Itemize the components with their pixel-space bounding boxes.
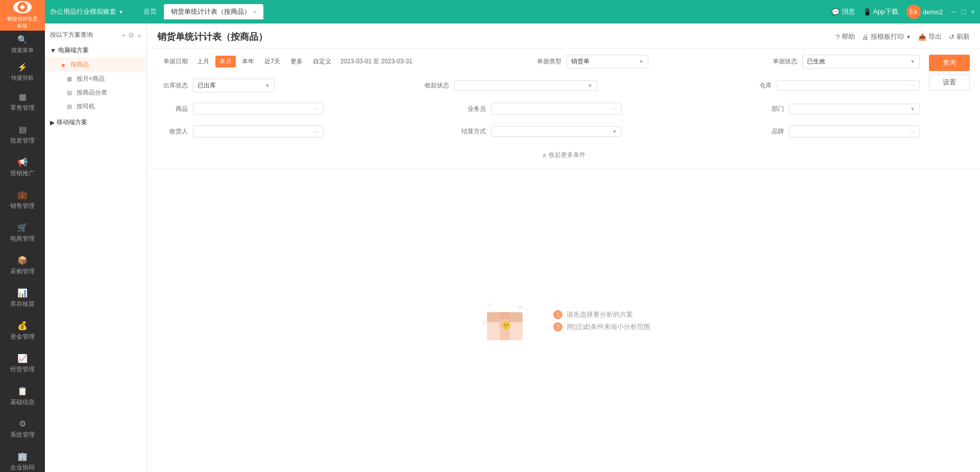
sidebar-base-label: 基础信息 (3, 398, 42, 407)
receiver-control[interactable]: ··· (193, 125, 324, 137)
industry-selector[interactable]: 办公用品行业模拟账套 ▼ (50, 7, 124, 16)
doc-status-arrow-icon: ▼ (910, 59, 915, 64)
schema-group-mobile-header[interactable]: ▶ 移动端方案 (45, 115, 146, 129)
doc-status-value: 已生效 (807, 57, 825, 66)
expand-mobile-icon: ▶ (50, 119, 55, 126)
user-area[interactable]: Ea demo2 (906, 5, 943, 19)
download-icon: 📱 (863, 8, 871, 16)
sidebar-item-operation[interactable]: 📈 经营管理 (0, 347, 45, 380)
sidebar-item-finance[interactable]: 💰 资金管理 (0, 315, 45, 347)
avatar: Ea (906, 5, 921, 19)
date-btn-this-year[interactable]: 本年 (238, 56, 258, 67)
product-control[interactable]: ··· (193, 103, 324, 115)
staff-label: 业务员 (455, 105, 486, 113)
out-status-value: 已出库 (198, 81, 216, 90)
maximize-btn[interactable]: □ (961, 8, 965, 16)
message-label: 消息 (842, 7, 855, 16)
page-actions: ? 帮助 🖨 按模板打印 ▼ 📤 导出 ↺ 刷新 (836, 32, 970, 41)
dept-control[interactable]: ▼ (789, 104, 920, 114)
date-range-display: 2023-03-01 至 2023-03-31 (340, 57, 412, 66)
sidebar-marketing-label: 营销推广 (3, 169, 42, 178)
right-actions: 查询 设置 (929, 55, 970, 90)
sidebar-item-enterprise[interactable]: 🏢 企业协同 (0, 445, 45, 472)
schema-item-by-product[interactable]: ● 按商品 (45, 57, 146, 72)
sidebar-item-quicknav[interactable]: ⚡ 快捷导航 (0, 58, 45, 86)
date-btn-last-month[interactable]: 上月 (193, 56, 213, 67)
tab-current-label: 销货单统计计表（按商品） (171, 7, 251, 16)
brand-control[interactable]: ··· (789, 125, 920, 137)
settings-btn[interactable]: 设置 (929, 74, 970, 90)
sidebar-item-sales[interactable]: 💼 销售管理 (0, 184, 45, 217)
help-btn[interactable]: ? 帮助 (836, 32, 855, 41)
refresh-label: 刷新 (957, 32, 970, 41)
print-icon: 🖨 (862, 33, 869, 41)
schema-item-by-month-product[interactable]: ▦ 按月+商品 (45, 72, 146, 86)
doc-status-control[interactable]: 已生效 ▼ (802, 55, 920, 68)
out-status-control[interactable]: 已出库 ▼ (193, 79, 275, 92)
receiver-dots-btn[interactable]: ··· (314, 128, 319, 135)
sidebar-item-ecommerce[interactable]: 🛒 电商管理 (0, 217, 45, 249)
app-name: 畅捷信好生意 (7, 15, 38, 22)
base-icon: 📋 (3, 386, 42, 396)
collapse-filter-btn[interactable]: ∧ 收起更多条件 (157, 148, 970, 162)
minimize-btn[interactable]: ─ (951, 8, 956, 16)
help-label: 帮助 (842, 32, 855, 41)
staff-dots-btn[interactable]: ··· (612, 105, 617, 112)
date-btn-more[interactable]: 更多 (286, 56, 307, 67)
date-btn-custom[interactable]: 自定义 (309, 56, 335, 67)
close-btn[interactable]: × (971, 8, 975, 16)
sidebar-item-base[interactable]: 📋 基础信息 (0, 380, 45, 413)
date-btn-7days[interactable]: 近7天 (260, 56, 284, 67)
date-btn-this-month[interactable]: 本月 (215, 56, 236, 67)
tab-close-icon[interactable]: × (253, 9, 256, 15)
tab-current[interactable]: 销货单统计计表（按商品） × (164, 4, 263, 19)
system-icon: ⚙ (3, 419, 42, 429)
sidebar-item-inventory[interactable]: 📊 库存核算 (0, 282, 45, 315)
schema-item-by-cashier[interactable]: ▤ 按司机 (45, 100, 146, 113)
refresh-btn[interactable]: ↺ 刷新 (949, 32, 970, 41)
schema-item-by-category[interactable]: ▤ 按商品分类 (45, 86, 146, 100)
app-logo-icon (13, 1, 32, 13)
schema-group-pc-header[interactable]: ▼ 电脑端方案 (45, 43, 146, 57)
page-header: 销货单统计计表（按商品） ? 帮助 🖨 按模板打印 ▼ 📤 导出 (147, 23, 980, 49)
enterprise-icon: 🏢 (3, 452, 42, 461)
inventory-icon: 📊 (3, 288, 42, 298)
add-schema-btn[interactable]: + (121, 31, 126, 39)
receipt-status-control[interactable]: ▼ (454, 80, 597, 91)
sidebar-item-retail[interactable]: ▦ 零售管理 (0, 86, 45, 119)
query-btn[interactable]: 查询 (929, 55, 970, 71)
window-controls: ─ □ × (951, 8, 975, 16)
payment-control[interactable]: ▼ (491, 126, 622, 137)
warehouse-dots-btn[interactable]: ··· (911, 83, 915, 88)
schema-settings-btn[interactable]: ⚙ (128, 31, 135, 39)
print-label: 按模板打印 (871, 32, 904, 41)
print-btn[interactable]: 🖨 按模板打印 ▼ (862, 32, 911, 41)
sidebar-inventory-label: 库存核算 (3, 300, 42, 309)
app-download-btn[interactable]: 📱 App下载 (863, 7, 898, 16)
schema-item-by-month-product-label: 按月+商品 (77, 75, 105, 83)
app-subtitle: 标版 (17, 22, 28, 30)
brand-dots-btn[interactable]: ··· (910, 128, 915, 135)
sidebar-logo: 畅捷信好生意 标版 (0, 0, 45, 31)
warehouse-control[interactable]: ··· (777, 80, 920, 91)
sidebar-item-wholesale[interactable]: ▤ 批发管理 (0, 119, 45, 151)
product-dots-btn[interactable]: ··· (314, 105, 319, 112)
tab-home[interactable]: 首页 (136, 4, 164, 19)
sidebar-item-system[interactable]: ⚙ 系统管理 (0, 413, 45, 445)
sidebar-item-marketing[interactable]: 📢 营销推广 (0, 151, 45, 184)
chevron-down-icon: ▼ (118, 9, 124, 15)
staff-control[interactable]: ··· (491, 103, 622, 115)
message-btn[interactable]: 💬 消息 (831, 7, 855, 16)
sidebar-item-search[interactable]: 🔍 搜索菜单 (0, 31, 45, 58)
main-area: 办公用品行业模拟账套 ▼ 首页 销货单统计计表（按商品） × 💬 消息 📱 Ap (45, 0, 980, 472)
export-btn[interactable]: 📤 导出 (918, 32, 942, 41)
collapse-panel-btn[interactable]: « (137, 31, 141, 39)
schema-item-by-product-label: 按商品 (70, 60, 89, 69)
sidebar-search-label: 搜索菜单 (3, 46, 42, 54)
doc-type-control[interactable]: 销货单 ▼ (567, 55, 648, 68)
sidebar-ecommerce-label: 电商管理 (3, 234, 42, 243)
schema-item-by-cashier-label: 按司机 (77, 102, 95, 111)
right-panel: 销货单统计计表（按商品） ? 帮助 🖨 按模板打印 ▼ 📤 导出 (147, 23, 980, 472)
sidebar-item-purchase[interactable]: 📦 采购管理 (0, 249, 45, 282)
step-2-num: 2 (553, 322, 562, 332)
